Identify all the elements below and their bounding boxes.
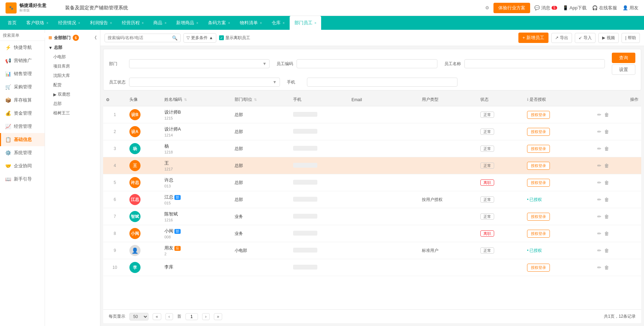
search-input[interactable]	[108, 35, 171, 40]
sidebar-item-operations[interactable]: 📈经营管理	[0, 120, 45, 133]
auth-login-btn[interactable]: 授权登录	[527, 179, 550, 187]
close-dept-emp-icon[interactable]: ×	[315, 21, 317, 25]
close-operations-icon[interactable]: ×	[78, 21, 80, 25]
nav-tab-bom[interactable]: 物料清单 ×	[235, 16, 267, 30]
delete-icon[interactable]: 🗑	[604, 129, 609, 134]
dept-collapse-icon[interactable]: 《	[92, 35, 97, 41]
view-button[interactable]: ▶ 视频	[598, 33, 619, 43]
edit-icon[interactable]: ✏	[597, 231, 601, 236]
close-bom-icon[interactable]: ×	[260, 21, 262, 25]
auth-login-btn[interactable]: 授权登录	[527, 230, 550, 238]
dept-item-small-elec[interactable]: 小电部	[45, 52, 100, 62]
filter-phone-input[interactable]	[307, 78, 458, 87]
auth-login-btn[interactable]: 授权登录	[527, 162, 550, 170]
first-page-btn[interactable]: «	[153, 313, 161, 320]
col-dept[interactable]: 部门/职位 ⇅	[232, 93, 290, 106]
dept-item-plant-king[interactable]: 植树王三	[45, 108, 100, 118]
sidebar-item-purchase[interactable]: 🛒采购管理	[0, 80, 45, 94]
page-input[interactable]	[185, 313, 198, 320]
trial-button[interactable]: 体验行业方案	[493, 3, 530, 13]
close-customer-icon[interactable]: ×	[46, 21, 48, 25]
delete-icon[interactable]: 🗑	[604, 231, 609, 236]
next-page-btn[interactable]: ›	[202, 313, 210, 320]
edit-icon[interactable]: ✏	[597, 163, 601, 168]
per-page-select[interactable]: 50 20 100	[129, 313, 148, 320]
user-action[interactable]: 👤 用友	[623, 5, 638, 11]
dept-item-hq[interactable]: 总部	[45, 99, 100, 108]
delete-icon[interactable]: 🗑	[604, 163, 609, 168]
sidebar-item-basic[interactable]: 📋基础信息	[0, 133, 45, 146]
auth-login-btn[interactable]: 授权登录	[527, 111, 550, 119]
import-button[interactable]: ↙ 导入	[575, 33, 596, 43]
filter-dept-select[interactable]: ▼	[129, 59, 270, 68]
filter-emp-status-select[interactable]: ▼	[129, 78, 280, 87]
prev-page-btn[interactable]: ‹	[165, 313, 173, 320]
dept-item-project-room[interactable]: 项目库房	[45, 62, 100, 71]
auth-login-btn[interactable]: 授权登录	[527, 213, 550, 221]
sidebar-item-shortcut[interactable]: ⚡快捷导航	[0, 41, 45, 54]
close-warehouse-icon[interactable]: ×	[283, 21, 285, 25]
more-filter-btn[interactable]: ▽ 更多条件 ▲	[183, 33, 216, 43]
gear-icon[interactable]: ⚙	[485, 5, 489, 10]
nav-tab-warehouse[interactable]: 仓库 ×	[267, 16, 290, 30]
close-add-product-icon[interactable]: ×	[196, 21, 198, 25]
nav-tab-products[interactable]: 商品 ×	[148, 16, 171, 30]
edit-icon[interactable]: ✏	[597, 197, 601, 202]
set-button[interactable]: 设置	[612, 64, 635, 75]
last-page-btn[interactable]: »	[214, 313, 223, 320]
close-products-icon[interactable]: ×	[164, 21, 166, 25]
filter-emp-name-input[interactable]	[464, 59, 605, 68]
nav-tab-history[interactable]: 经营历程 ×	[117, 16, 149, 30]
dept-item-double-deer[interactable]: ▶ 双鹿想	[45, 90, 100, 99]
dept-item-root[interactable]: ▼ 总部	[45, 43, 100, 52]
nav-tab-home[interactable]: 首页	[3, 16, 21, 30]
auth-login-btn[interactable]: 授权登录	[527, 145, 550, 153]
close-history-icon[interactable]: ×	[142, 21, 144, 25]
delete-icon[interactable]: 🗑	[604, 180, 609, 185]
nav-tab-barcode[interactable]: 条码方案 ×	[203, 16, 235, 30]
nav-tab-profit[interactable]: 利润报告 ×	[85, 16, 117, 30]
nav-tab-add-product[interactable]: 新增商品 ×	[171, 16, 203, 30]
edit-icon[interactable]: ✏	[597, 112, 601, 117]
delete-icon[interactable]: 🗑	[604, 214, 609, 219]
query-button[interactable]: 查询	[612, 53, 635, 63]
close-barcode-icon[interactable]: ×	[228, 21, 230, 25]
online-service-action[interactable]: 🎧 在线客服	[592, 5, 617, 11]
add-employee-button[interactable]: + 新增员工	[518, 33, 548, 43]
dept-item-shenyang[interactable]: 沈阳大库	[45, 71, 100, 80]
col-name[interactable]: 姓名/编码 ⇅	[162, 93, 232, 106]
delete-icon[interactable]: 🗑	[604, 146, 609, 151]
edit-icon[interactable]: ✏	[597, 146, 601, 151]
auth-login-btn[interactable]: 授权登录	[527, 128, 550, 136]
edit-icon[interactable]: ✏	[597, 214, 601, 219]
delete-icon[interactable]: 🗑	[604, 265, 609, 270]
col-settings[interactable]: ⚙	[103, 93, 127, 106]
sidebar-item-inventory[interactable]: 📦库存核算	[0, 94, 45, 107]
nav-tab-operations[interactable]: 经营情况 ×	[53, 16, 85, 30]
sidebar-item-guide[interactable]: 📖新手引导	[0, 173, 45, 186]
dept-item-delivery[interactable]: 配货	[45, 80, 100, 90]
sidebar-item-system[interactable]: ⚙️系统管理	[0, 146, 45, 159]
nav-tab-customer[interactable]: 客户联络 ×	[21, 16, 53, 30]
sidebar-item-sales[interactable]: 📊销售管理	[0, 67, 45, 80]
delete-icon[interactable]: 🗑	[604, 248, 609, 253]
nav-tab-dept-emp[interactable]: 部门员工 ×	[290, 16, 321, 30]
delete-icon[interactable]: 🗑	[604, 197, 609, 202]
message-action[interactable]: 💬 消息 5	[534, 5, 557, 11]
sidebar-item-collab[interactable]: 🤝企业协同	[0, 159, 45, 173]
sidebar-item-marketing[interactable]: 📢营销推广	[0, 54, 45, 67]
app-download-action[interactable]: 📱 App下载	[563, 5, 587, 11]
name-code-wrap: 许总 013	[164, 177, 229, 188]
edit-icon[interactable]: ✏	[597, 129, 601, 134]
edit-icon[interactable]: ✏	[597, 265, 601, 270]
edit-icon[interactable]: ✏	[597, 248, 601, 253]
filter-emp-code-input[interactable]	[297, 59, 437, 68]
auth-login-btn[interactable]: 授权登录	[527, 264, 550, 272]
sidebar-item-finance[interactable]: 💰资金管理	[0, 107, 45, 120]
edit-icon[interactable]: ✏	[597, 180, 601, 185]
show-resigned-toggle[interactable]: ✓ 显示离职员工	[219, 35, 250, 41]
close-profit-icon[interactable]: ×	[110, 21, 112, 25]
export-button[interactable]: ↗ 导出	[551, 33, 572, 43]
help-button[interactable]: | 帮助	[622, 33, 640, 43]
delete-icon[interactable]: 🗑	[604, 112, 609, 117]
